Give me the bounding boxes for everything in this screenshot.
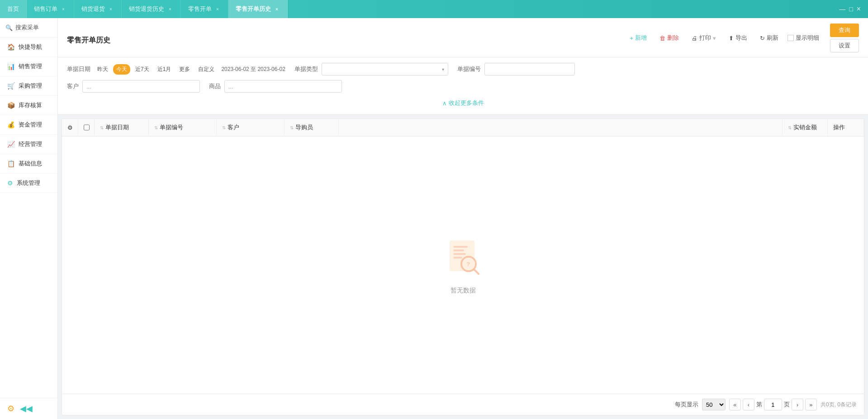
date-btn-today[interactable]: 今天 — [113, 64, 130, 75]
svg-rect-4 — [453, 257, 462, 259]
th-checkbox[interactable] — [78, 119, 95, 136]
tab-retail-history-close[interactable]: × — [274, 6, 280, 12]
tab-sales-order[interactable]: 销售订单 × — [27, 0, 74, 18]
sidebar-item-purchase-label: 采购管理 — [19, 82, 42, 90]
finance-icon: 💰 — [7, 121, 15, 128]
tab-sales-return[interactable]: 销货退货 × — [74, 0, 122, 18]
per-page-select[interactable]: 50 100 200 — [702, 399, 726, 410]
goods-input[interactable]: ... — [224, 80, 342, 93]
print-arrow-icon: ▾ — [713, 35, 716, 42]
date-btn-yesterday[interactable]: 昨天 — [94, 64, 111, 75]
th-settings[interactable]: ⚙ — [62, 119, 78, 136]
display-checkbox[interactable] — [787, 35, 794, 41]
delete-label: 删除 — [667, 34, 679, 42]
date-range-display: 2023-06-02 至 2023-06-02 — [221, 66, 285, 73]
date-filter-group: 单据日期 昨天 今天 近7天 近1月 更多 自定义 2023-06-02 至 2… — [67, 64, 285, 75]
date-btn-1month[interactable]: 近1月 — [154, 64, 175, 75]
delete-icon: 🗑 — [659, 35, 665, 42]
sort-docno-icon[interactable]: ⇅ — [154, 125, 158, 130]
sidebar-search-label: 搜索采单 — [15, 24, 39, 32]
doc-type-arrow-icon: ▾ — [442, 67, 444, 72]
settings-button[interactable]: 设置 — [830, 39, 859, 52]
tab-home-label: 首页 — [7, 5, 19, 13]
svg-rect-1 — [453, 246, 468, 248]
export-label: 导出 — [735, 34, 747, 42]
tab-sales-return-close[interactable]: × — [108, 6, 114, 12]
sidebar-item-quicknav-label: 快捷导航 — [19, 43, 42, 51]
minimize-btn[interactable]: — — [839, 5, 845, 13]
pagination-info: 共0页, 0条记录 — [821, 401, 857, 409]
th-amount-label: 实销金额 — [793, 123, 817, 132]
sidebar-item-management[interactable]: 📈 经营管理 — [0, 135, 57, 154]
th-guide: ⇅ 导购员 — [285, 119, 339, 136]
collapse-button[interactable]: ∧ 收起更多条件 — [67, 97, 859, 109]
sort-date-icon[interactable]: ⇅ — [100, 125, 104, 130]
sidebar-item-inventory[interactable]: 📦 库存核算 — [0, 96, 57, 115]
refresh-button[interactable]: ↻ 刷新 — [756, 32, 782, 44]
tab-retail-history-label: 零售开单历史 — [236, 5, 271, 13]
table-header: ⚙ ⇅ 单据日期 ⇅ 单据编号 ⇅ 客户 ⇅ — [62, 119, 864, 137]
tab-sales-return-history[interactable]: 销货退货历史 × — [122, 0, 181, 18]
sidebar-item-system[interactable]: ⚙ 系统管理 — [0, 174, 57, 193]
filter-row-1: 单据日期 昨天 今天 近7天 近1月 更多 自定义 2023-06-02 至 2… — [67, 63, 859, 75]
last-page-icon: » — [809, 401, 812, 408]
sidebar-item-sales[interactable]: 📊 销售管理 — [0, 57, 57, 76]
prev-page-icon: ‹ — [748, 401, 749, 408]
restore-btn[interactable]: □ — [849, 5, 853, 13]
table-settings-icon[interactable]: ⚙ — [67, 124, 73, 131]
sidebar: 🔍 搜索采单 🏠 快捷导航 📊 销售管理 🛒 采购管理 📦 库存核算 💰 资金管… — [0, 18, 58, 419]
tab-sales-return-history-close[interactable]: × — [167, 6, 173, 12]
delete-button[interactable]: 🗑 删除 — [656, 32, 683, 44]
select-all-checkbox[interactable] — [84, 124, 90, 131]
sidebar-item-quicknav[interactable]: 🏠 快捷导航 — [0, 38, 57, 57]
page-number-input[interactable] — [764, 399, 782, 410]
doc-no-label: 单据编号 — [457, 65, 481, 73]
settings-gear-icon[interactable]: ⚙ — [7, 404, 14, 414]
export-button[interactable]: ⬆ 导出 — [725, 32, 751, 44]
doc-type-filter-group: 单据类型 ▾ — [294, 63, 448, 75]
add-icon: + — [630, 35, 633, 42]
sidebar-item-sales-label: 销售管理 — [19, 62, 42, 71]
doc-no-input[interactable] — [484, 63, 575, 75]
last-page-btn[interactable]: » — [805, 399, 817, 410]
add-button[interactable]: + 新增 — [626, 32, 650, 44]
prev-page-btn[interactable]: ‹ — [743, 399, 754, 410]
goods-placeholder: ... — [228, 83, 233, 90]
sales-icon: 📊 — [7, 63, 15, 70]
first-page-btn[interactable]: « — [729, 399, 741, 410]
tab-sales-order-close[interactable]: × — [60, 6, 66, 12]
svg-text:?: ? — [466, 261, 470, 268]
date-btn-more[interactable]: 更多 — [176, 64, 193, 75]
tab-home[interactable]: 首页 — [0, 0, 27, 18]
tab-retail-open[interactable]: 零售开单 × — [181, 0, 228, 18]
sidebar-item-purchase[interactable]: 🛒 采购管理 — [0, 76, 57, 96]
customer-label: 客户 — [67, 82, 79, 90]
main-layout: 🔍 搜索采单 🏠 快捷导航 📊 销售管理 🛒 采购管理 📦 库存核算 💰 资金管… — [0, 18, 868, 419]
top-bar: 首页 销售订单 × 销货退货 × 销货退货历史 × 零售开单 × 零售开单历史 … — [0, 0, 868, 18]
next-page-btn[interactable]: › — [792, 399, 803, 410]
tab-retail-open-close[interactable]: × — [214, 6, 221, 12]
doc-type-select[interactable]: ▾ — [322, 63, 448, 75]
tab-retail-history[interactable]: 零售开单历史 × — [228, 0, 288, 18]
sort-customer-icon[interactable]: ⇅ — [222, 125, 226, 130]
sidebar-item-finance[interactable]: 💰 资金管理 — [0, 115, 57, 135]
tab-retail-open-label: 零售开单 — [188, 5, 212, 13]
query-button[interactable]: 查询 — [830, 24, 859, 37]
customer-input[interactable]: ... — [82, 80, 200, 93]
close-btn[interactable]: × — [857, 5, 861, 13]
date-btn-custom[interactable]: 自定义 — [195, 64, 218, 75]
th-amount: ⇅ 实销金额 — [783, 119, 828, 136]
content-area: 零售开单历史 + 新增 🗑 删除 🖨 打印 ▾ ⬆ 导出 — [58, 18, 868, 419]
display-detail-toggle[interactable]: 显示明细 — [787, 34, 819, 42]
sidebar-item-basic[interactable]: 📋 基础信息 — [0, 154, 57, 174]
home-icon: 🏠 — [7, 43, 15, 51]
print-button[interactable]: 🖨 打印 ▾ — [688, 32, 720, 44]
sidebar-collapse-icon[interactable]: ◀◀ — [20, 404, 33, 414]
sort-amount-icon[interactable]: ⇅ — [788, 125, 792, 130]
svg-rect-3 — [453, 253, 466, 255]
refresh-label: 刷新 — [767, 34, 778, 42]
top-tabs: 首页 销售订单 × 销货退货 × 销货退货历史 × 零售开单 × 零售开单历史 … — [0, 0, 832, 18]
sidebar-search[interactable]: 🔍 搜索采单 — [0, 18, 57, 38]
date-btn-7days[interactable]: 近7天 — [132, 64, 152, 75]
sort-guide-icon[interactable]: ⇅ — [290, 125, 294, 130]
